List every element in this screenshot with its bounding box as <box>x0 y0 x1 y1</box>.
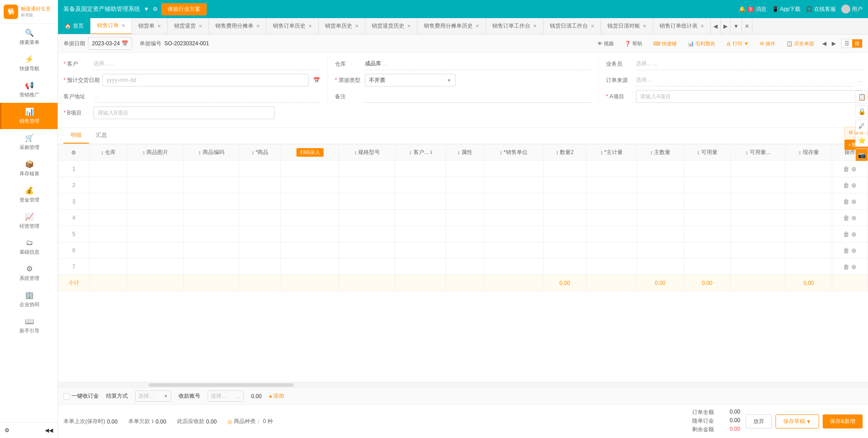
address-input[interactable]: ... <box>93 90 320 103</box>
row-3-main-unit[interactable] <box>586 193 636 210</box>
row-6-unit[interactable] <box>484 242 543 259</box>
row-2-main-qty[interactable] <box>637 177 684 193</box>
th-customer-code[interactable]: ↕客户...ℹ <box>395 144 446 161</box>
row-1-available[interactable] <box>684 161 731 177</box>
row-4-product[interactable] <box>239 210 281 226</box>
row-2-product[interactable] <box>239 177 281 193</box>
tab-summary[interactable]: 汇总 <box>89 128 114 144</box>
row-2-available[interactable] <box>684 177 731 193</box>
th-image[interactable]: ↕商品图片 <box>127 144 184 161</box>
solution-button[interactable]: 体验行业方案 <box>161 3 207 15</box>
form-view-btn[interactable]: ⊞ <box>852 39 862 48</box>
user-btn[interactable]: 用户 <box>841 5 863 14</box>
row-1-stock[interactable] <box>785 161 832 177</box>
row-1-main-qty[interactable] <box>637 161 684 177</box>
th-warehouse[interactable]: ↕仓库 <box>89 144 127 161</box>
invoice-select[interactable]: 不开票 ▼ <box>365 74 456 87</box>
row-7-delete-btn[interactable]: 🗑 <box>843 263 849 270</box>
row-3-product[interactable] <box>239 193 281 210</box>
tab-detail[interactable]: 明细 <box>63 128 89 144</box>
row-6-delete-btn[interactable]: 🗑 <box>843 247 849 254</box>
row-4-copy-btn[interactable]: ⊕ <box>851 214 857 221</box>
tab-nav-next[interactable]: ▶ <box>721 18 731 34</box>
row-2-available-ext[interactable] <box>731 177 785 193</box>
row-6-property[interactable] <box>446 242 484 259</box>
profit-btn[interactable]: 📊 毛利预告 <box>685 39 718 48</box>
row-7-unit[interactable] <box>484 259 543 275</box>
row-6-copy-btn[interactable]: ⊕ <box>851 247 857 254</box>
settings-icon[interactable]: ⚙ <box>5 427 10 433</box>
row-1-copy-btn[interactable]: ⊕ <box>851 165 857 173</box>
row-4-property[interactable] <box>446 210 484 226</box>
row-3-available-ext[interactable] <box>731 193 785 210</box>
row-2-main-unit[interactable] <box>586 177 636 193</box>
sidebar-camera-btn[interactable]: 📷 <box>855 149 868 161</box>
tab-close-icon[interactable]: ✕ <box>533 24 537 29</box>
row-3-unit[interactable] <box>484 193 543 210</box>
online-service-btn[interactable]: 🎧 在线客服 <box>806 5 836 13</box>
row-6-stock[interactable] <box>785 242 832 259</box>
tab-order-workbench[interactable]: 销售订单工作台 ✕ <box>486 18 543 34</box>
sidebar-star-btn[interactable]: ⭐ <box>855 134 868 147</box>
view-btn[interactable]: 👁 视频 <box>595 39 616 48</box>
save-new-button[interactable]: 保存&新增 <box>823 414 863 428</box>
row-2-qty2[interactable] <box>543 177 587 193</box>
history-btn[interactable]: 📋 历史单据 <box>784 39 817 48</box>
operation-btn[interactable]: ⚙ 操作 <box>757 39 778 48</box>
row-3-copy-btn[interactable]: ⊕ <box>851 198 857 205</box>
dropdown-icon[interactable]: ▼ <box>144 6 149 12</box>
row-7-main-unit[interactable] <box>586 259 636 275</box>
th-qty2[interactable]: ↕数量2 <box>543 144 587 161</box>
sidebar-item-finance[interactable]: 💰 资金管理 <box>0 182 58 208</box>
sidebar-item-search[interactable]: 🔍 搜索菜单 <box>0 24 58 50</box>
row-5-available[interactable] <box>684 226 731 242</box>
row-5-stock[interactable] <box>785 226 832 242</box>
tab-home[interactable]: 🏠 首页 <box>58 18 91 34</box>
scan-button[interactable]: 扫码录入 <box>296 148 324 157</box>
row-6-warehouse[interactable] <box>89 242 127 259</box>
sidebar-item-operation[interactable]: 📈 经营管理 <box>0 208 58 234</box>
row-2-code[interactable] <box>183 177 239 193</box>
row-7-copy-btn[interactable]: ⊕ <box>851 263 857 270</box>
row-5-customer-code[interactable] <box>395 226 446 242</box>
remark-input[interactable] <box>365 90 592 103</box>
tab-close-icon[interactable]: ✕ <box>256 24 260 29</box>
scroll-thumb[interactable] <box>149 383 294 387</box>
row-5-main-qty[interactable] <box>637 226 684 242</box>
row-2-unit[interactable] <box>484 177 543 193</box>
row-2-copy-btn[interactable]: ⊕ <box>851 182 857 189</box>
row-7-property[interactable] <box>446 259 484 275</box>
row-5-delete-btn[interactable]: 🗑 <box>843 231 849 238</box>
row-1-warehouse[interactable] <box>89 161 127 177</box>
save-draft-button[interactable]: 保存草稿 ▼ <box>776 414 819 428</box>
print-btn[interactable]: 🖨 打印 ▼ <box>723 39 752 48</box>
th-available-ext[interactable]: ↕可用量... <box>731 144 785 161</box>
tab-invoice-history[interactable]: 销货单历史 ✕ <box>319 18 365 34</box>
row-2-warehouse[interactable] <box>89 177 127 193</box>
row-7-spec[interactable] <box>339 259 395 275</box>
th-scan[interactable]: 扫码录入 <box>281 144 339 161</box>
row-1-spec[interactable] <box>339 161 395 177</box>
row-3-available[interactable] <box>684 193 731 210</box>
row-1-image[interactable] <box>127 161 184 177</box>
help-btn[interactable]: ❓ 帮助 <box>622 39 645 48</box>
row-3-delete-btn[interactable]: 🗑 <box>843 198 849 205</box>
row-7-available[interactable] <box>684 259 731 275</box>
th-settings[interactable]: ⚙ <box>58 144 90 161</box>
row-7-available-ext[interactable] <box>731 259 785 275</box>
date-input[interactable]: 2023-03-24 📅 <box>88 37 132 50</box>
sidebar-item-enterprise[interactable]: 🏢 企业协同 <box>0 286 58 313</box>
tab-daily-workbench[interactable]: 钱货日清工作台 ✕ <box>543 18 601 34</box>
row-3-property[interactable] <box>446 193 484 210</box>
notification-btn[interactable]: 🔔 9 消息 <box>739 5 766 13</box>
row-6-available-ext[interactable] <box>731 242 785 259</box>
row-7-customer-code[interactable] <box>395 259 446 275</box>
tab-return[interactable]: 销货退货 ✕ <box>168 18 209 34</box>
one-click-checkbox[interactable] <box>63 393 70 399</box>
sidebar-item-purchase[interactable]: 🛒 采购管理 <box>0 129 58 155</box>
row-7-qty2[interactable] <box>543 259 587 275</box>
row-7-product[interactable] <box>239 259 281 275</box>
horizontal-scrollbar[interactable] <box>58 382 868 387</box>
sidebar-clipboard-btn[interactable]: 📋 <box>855 91 868 103</box>
row-1-code[interactable] <box>183 161 239 177</box>
